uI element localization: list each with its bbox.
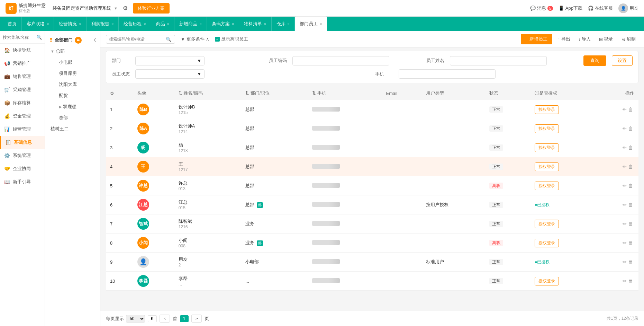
delete-btn[interactable]: 🗑 — [628, 202, 633, 208]
dept-item-headquarters-sub[interactable]: 总部 — [53, 112, 100, 123]
per-page-select[interactable]: 50 20 100 — [126, 315, 145, 323]
tab-add-goods[interactable]: 新增商品 × — [174, 17, 207, 31]
show-resigned-checkbox[interactable]: ✓ — [215, 37, 220, 42]
delete-btn[interactable]: 🗑 — [628, 278, 633, 284]
tab-close-icon[interactable]: × — [232, 22, 234, 26]
dept-item-shuanglu[interactable]: ▶ 双鹿想 — [53, 101, 100, 112]
dept-item-project-warehouse[interactable]: 项目库房 — [53, 68, 100, 79]
dept-collapse-btn[interactable]: 《 — [92, 37, 96, 43]
show-resigned-toggle[interactable]: ✓ 显示离职员工 — [215, 36, 248, 42]
phone-input[interactable] — [399, 69, 496, 79]
dept-item-distribution[interactable]: 配货 — [53, 90, 100, 101]
col-name-code[interactable]: ⇅ 姓名/编码 — [174, 87, 241, 100]
delete-btn[interactable]: 🗑 — [628, 259, 633, 265]
edit-btn[interactable]: ✏ — [623, 259, 627, 265]
trial-button[interactable]: 体验行业方案 — [133, 3, 170, 14]
sidebar-item-sales[interactable]: 💼 销售管理 — [0, 70, 45, 83]
sidebar-item-inventory[interactable]: 📦 库存核算 — [0, 96, 45, 109]
emp-code-input[interactable] — [292, 56, 389, 65]
system-title-arrow-icon[interactable]: ▼ — [114, 6, 118, 10]
col-dept-position[interactable]: ⇅ 部门/职位 — [241, 87, 308, 100]
auth-login-btn[interactable]: 授权登录 — [535, 277, 559, 285]
print-btn[interactable]: 🖨 刷制 — [618, 35, 638, 44]
edit-btn[interactable]: ✏ — [623, 145, 627, 150]
tab-department-staff[interactable]: 部门员工 × — [295, 17, 327, 31]
dept-item-headquarters[interactable]: ▼ 总部 — [45, 46, 100, 57]
user-menu[interactable]: 👤 用友 — [618, 3, 638, 13]
auth-login-btn[interactable]: 授权登录 — [535, 143, 559, 152]
tab-close-icon[interactable]: × — [199, 22, 201, 26]
sidebar-item-finance[interactable]: 💰 资金管理 — [0, 109, 45, 123]
set-button[interactable]: 设置 — [612, 55, 633, 66]
edit-btn[interactable]: ✏ — [623, 164, 627, 169]
online-service-btn[interactable]: 🎧 在线客服 — [588, 5, 613, 11]
tab-close-icon[interactable]: × — [47, 22, 49, 26]
tab-close-icon[interactable]: × — [111, 22, 114, 26]
tab-operations[interactable]: 经营情况 × — [54, 17, 86, 31]
tab-customer[interactable]: 客户联络 × — [22, 17, 54, 31]
sidebar-item-basic-info[interactable]: 📋 基础信息 — [0, 136, 45, 149]
delete-btn[interactable]: 🗑 — [628, 221, 633, 227]
emp-status-select[interactable]: ▼ — [135, 69, 205, 79]
emp-name-input[interactable] — [450, 56, 547, 65]
first-page-btn[interactable]: K — [148, 315, 157, 322]
sidebar-search-input[interactable] — [3, 35, 35, 40]
delete-btn[interactable]: 🗑 — [628, 107, 633, 112]
sidebar-item-operations[interactable]: 📊 经营管理 — [0, 123, 45, 136]
tab-close-icon[interactable]: × — [264, 22, 266, 26]
dept-item-zhishu[interactable]: 植树王二 — [45, 123, 100, 134]
tab-barcode[interactable]: 条码方案 × — [207, 17, 239, 31]
tab-close-icon[interactable]: × — [79, 22, 81, 26]
edit-btn[interactable]: ✏ — [623, 126, 627, 131]
edit-btn[interactable]: ✏ — [623, 221, 627, 227]
dept-edit-btn[interactable]: ✏ — [75, 37, 82, 44]
query-button[interactable]: 查询 — [583, 55, 606, 66]
auth-login-btn[interactable]: 授权登录 — [535, 220, 559, 228]
delete-btn[interactable]: 🗑 — [628, 145, 633, 150]
search-input[interactable] — [109, 37, 164, 42]
sidebar-item-quick-nav[interactable]: 🏠 快捷导航 — [0, 44, 45, 57]
edit-btn[interactable]: ✏ — [623, 240, 627, 246]
auth-login-btn[interactable]: 授权登录 — [535, 162, 559, 171]
delete-btn[interactable]: 🗑 — [628, 183, 633, 188]
col-phone[interactable]: ⇅ 手机 — [308, 87, 382, 100]
settings-gear-btn[interactable]: ⚙ — [120, 3, 130, 13]
delete-btn[interactable]: 🗑 — [628, 240, 633, 246]
sidebar-item-system[interactable]: ⚙️ 系统管理 — [0, 149, 45, 162]
tab-close-icon-active[interactable]: × — [320, 22, 322, 26]
edit-btn[interactable]: ✏ — [623, 202, 627, 208]
delete-btn[interactable]: 🗑 — [628, 164, 633, 169]
tab-bom[interactable]: 物料清单 × — [239, 17, 271, 31]
auth-login-btn[interactable]: 授权登录 — [535, 239, 559, 247]
dept-item-small-elec[interactable]: 小电部 — [53, 57, 100, 68]
app-download-btn[interactable]: 📱 App下载 — [559, 5, 582, 11]
tab-close-icon[interactable]: × — [167, 22, 169, 26]
tab-journey[interactable]: 经营历程 × — [119, 17, 151, 31]
add-employee-button[interactable]: + 新增员工 — [521, 34, 552, 44]
auth-login-btn[interactable]: 授权登录 — [535, 182, 559, 190]
sidebar-item-guide[interactable]: 📖 新手引导 — [0, 175, 45, 188]
edit-btn[interactable]: ✏ — [623, 278, 627, 284]
dept-select[interactable]: ▼ — [135, 56, 205, 65]
view-btn[interactable]: ⊞ 视录 — [596, 35, 616, 44]
tab-goods[interactable]: 商品 × — [151, 17, 174, 31]
page-num-btn[interactable]: 1 — [180, 315, 189, 322]
import-btn[interactable]: ↓ 导入 — [576, 35, 594, 44]
auth-login-btn[interactable]: 授权登录 — [535, 105, 559, 114]
edit-btn[interactable]: ✏ — [623, 107, 627, 112]
sidebar-item-marketing[interactable]: 📢 营销推广 — [0, 57, 45, 70]
delete-btn[interactable]: 🗑 — [628, 126, 633, 131]
col-settings[interactable]: ⚙ — [106, 87, 133, 100]
dept-item-shenyang[interactable]: 沈阳大库 — [53, 79, 100, 90]
tab-close-icon[interactable]: × — [288, 22, 290, 26]
auth-login-btn[interactable]: 授权登录 — [535, 124, 559, 133]
next-page-btn[interactable]: ＞ — [191, 315, 202, 323]
tab-home[interactable]: 首页 — [3, 17, 22, 31]
tab-warehouse[interactable]: 仓库 × — [272, 17, 295, 31]
more-conditions-btn[interactable]: ▼ 更多条件 ∧ — [178, 35, 212, 44]
tab-profit[interactable]: 利润报告 × — [87, 17, 119, 31]
message-btn[interactable]: 💬 消息 5 — [530, 5, 553, 11]
sidebar-item-purchase[interactable]: 🛒 采购管理 — [0, 83, 45, 96]
prev-page-btn[interactable]: ＜ — [160, 315, 170, 323]
sidebar-item-corp[interactable]: 🤝 企业协同 — [0, 162, 45, 175]
